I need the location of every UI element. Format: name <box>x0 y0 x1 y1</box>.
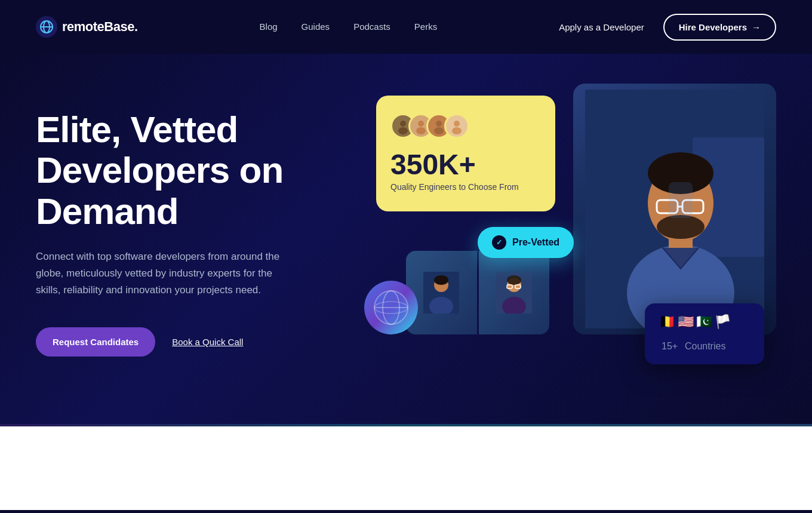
nav-blog[interactable]: Blog <box>260 21 278 32</box>
prevetted-badge: ✓ Pre-Vetted <box>478 227 574 258</box>
hero-section: Elite, Vetted Developers on Demand Conne… <box>0 54 812 424</box>
check-icon: ✓ <box>492 235 506 250</box>
stats-card: 350K+ Quality Engineers to Choose From <box>376 96 555 211</box>
svg-point-9 <box>434 127 444 134</box>
stat-label: Quality Engineers to Choose From <box>390 182 541 193</box>
arrow-right-icon: → <box>752 22 761 32</box>
flag-usa: 🇺🇸 <box>678 314 694 330</box>
svg-point-6 <box>418 121 424 127</box>
logo[interactable]: remoteBase. <box>36 16 138 38</box>
hero-title: Elite, Vetted Developers on Demand <box>36 109 334 232</box>
request-candidates-button[interactable]: Request Candidates <box>36 327 155 357</box>
svg-point-30 <box>434 275 448 285</box>
stat-number: 350K+ <box>390 150 541 179</box>
nav-guides[interactable]: Guides <box>302 21 330 32</box>
team-photo-2 <box>479 251 550 334</box>
book-quick-call-link[interactable]: Book a Quick Call <box>172 337 243 347</box>
hero-divider <box>0 424 812 426</box>
svg-point-18 <box>657 215 705 239</box>
logo-text: remoteBase. <box>62 19 138 35</box>
hero-left: Elite, Vetted Developers on Demand Conne… <box>36 109 334 357</box>
svg-point-7 <box>416 127 426 134</box>
developer-photo-card <box>573 84 776 334</box>
nav-perks[interactable]: Perks <box>414 21 437 32</box>
svg-point-5 <box>398 127 408 134</box>
svg-point-34 <box>507 275 521 285</box>
apply-developer-link[interactable]: Apply as a Developer <box>559 22 644 32</box>
svg-point-8 <box>436 121 442 127</box>
countries-stat: 15+ Countries <box>659 334 750 354</box>
navbar: remoteBase. Blog Guides Podcasts Perks A… <box>0 0 812 54</box>
hire-developers-button[interactable]: Hire Developers → <box>663 14 776 41</box>
globe-icon <box>364 281 418 334</box>
svg-point-11 <box>452 127 462 134</box>
nav-right: Apply as a Developer Hire Developers → <box>559 14 776 41</box>
bottom-section <box>0 426 812 510</box>
flag-other: 🏳️ <box>715 314 731 330</box>
hero-subtitle: Connect with top software developers fro… <box>36 248 287 299</box>
nav-links: Blog Guides Podcasts Perks <box>260 21 438 32</box>
nav-podcasts[interactable]: Podcasts <box>353 21 390 32</box>
flag-pakistan: 🇵🇰 <box>696 314 712 330</box>
prevetted-label: Pre-Vetted <box>512 237 559 248</box>
hero-actions: Request Candidates Book a Quick Call <box>36 327 334 357</box>
svg-rect-22 <box>669 182 693 218</box>
countries-badge: 🇧🇪 🇺🇸 🇵🇰 🏳️ 15+ Countries <box>645 303 764 364</box>
team-collage <box>406 251 549 334</box>
svg-point-4 <box>400 121 406 127</box>
svg-point-10 <box>454 121 460 127</box>
flags-row: 🇧🇪 🇺🇸 🇵🇰 🏳️ <box>659 314 750 330</box>
flag-belgium: 🇧🇪 <box>659 314 675 330</box>
avatar-4 <box>444 113 469 139</box>
developer-image <box>573 84 776 334</box>
hero-right: 350K+ Quality Engineers to Choose From <box>358 84 776 382</box>
globe-decoration <box>364 281 418 334</box>
avatars-row <box>390 113 541 139</box>
